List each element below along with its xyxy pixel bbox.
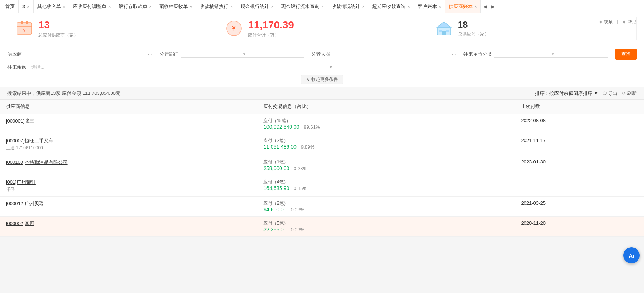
supplier-sub-info: 仔仔 — [6, 186, 252, 193]
nav-tab-bank[interactable]: 银行存取款单 × — [115, 0, 155, 13]
close-icon[interactable]: × — [407, 4, 410, 9]
last-pay-cell: 2021-03-25 — [515, 196, 644, 216]
chevron-down-icon: ▼ — [551, 52, 606, 56]
close-icon[interactable]: × — [190, 4, 192, 9]
balance-filter-label: 往来余额 — [7, 64, 27, 70]
dept-select[interactable]: ▼ — [181, 51, 304, 58]
help-link[interactable]: ⊙ 帮助 — [623, 19, 637, 25]
nav-next-button[interactable]: ▶ — [489, 0, 497, 13]
nav-tab-prepay[interactable]: 预收冲应收单 × — [155, 0, 196, 13]
svg-marker-8 — [437, 22, 451, 28]
tx-percent: 0.23% — [294, 166, 307, 171]
tx-cell: 应付（1笔）258,000.000.23% — [258, 155, 515, 175]
nav-tab-collection-stat[interactable]: 收款情况统计 × — [328, 0, 368, 13]
query-button[interactable]: 查询 — [615, 49, 637, 60]
chevron-up-icon: ∧ — [306, 77, 309, 82]
supplier-cell: [000100]本特勤油品有限公司 — [0, 155, 258, 175]
filter-area: 供应商 ··· 分管部门 ▼ 分管人员 ··· 往来单位分类 ▼ 查询 往来 — [0, 44, 644, 87]
person-input[interactable] — [333, 50, 451, 58]
refresh-button[interactable]: ↺ 刷新 — [622, 90, 637, 97]
video-link[interactable]: ⊙ 视频 — [599, 19, 612, 25]
close-icon[interactable]: × — [439, 4, 441, 9]
tx-amount: 32,366.00 — [263, 227, 286, 232]
supplier-link[interactable]: [000100]本特勤油品有限公司 — [6, 159, 68, 165]
tx-amount: 164,635.90 — [263, 185, 289, 191]
collapse-button[interactable]: ∧ 收起更多条件 — [301, 75, 343, 84]
summary-card-payable-total: ¥ 11,170.39 应付合计（万） — [217, 17, 427, 40]
supplier-link[interactable]: [000007]恒旺二手叉车 — [6, 138, 53, 144]
close-icon[interactable]: × — [149, 4, 151, 9]
tx-label: 应付 — [263, 179, 272, 185]
col-header-lastpay: 上次付数 — [515, 100, 644, 114]
collapse-row: ∧ 收起更多条件 — [7, 75, 637, 84]
nav-tab-cash-bank-flow[interactable]: 现金银行流水查询 × — [277, 0, 328, 13]
top-navigation: 首页 3 × 其他收入单 × 应收应付调整单 × 银行存取款单 × 预收冲应收单… — [0, 0, 644, 13]
nav-tab-supplier-book[interactable]: 供应商账本 × — [445, 0, 481, 13]
tx-amount: 11,051,486.00 — [263, 144, 297, 150]
nav-tab-overdue[interactable]: 超期应收款查询 × — [368, 0, 414, 13]
supplier-sub-info: 王通 17106110000 — [6, 145, 252, 151]
close-icon[interactable]: × — [271, 4, 273, 9]
filter-dept: 分管部门 ▼ — [160, 51, 304, 58]
nav-tab-collection[interactable]: 收款核销执行 × — [196, 0, 237, 13]
chevron-down-icon: ▼ — [242, 52, 302, 56]
last-pay-cell: 2020-11-20 — [515, 216, 644, 236]
nav-tab-cash-bank-stat[interactable]: 现金银行统计 × — [237, 0, 277, 13]
nav-prev-button[interactable]: ◀ — [481, 0, 489, 13]
table-row: [000012]广州贝瑞应付（2笔）94,600.000.08%2021-03-… — [0, 196, 644, 216]
nav-tab-home[interactable]: 首页 — [1, 0, 19, 13]
balance-select[interactable]: 选择... ▼ — [29, 63, 629, 72]
filter-person: 分管人员 ··· — [311, 50, 456, 58]
supplier-link[interactable]: [000002]李四 — [6, 221, 34, 226]
tx-cell: 应付（15笔）100,092,540.0089.61% — [258, 114, 515, 134]
supplier-link[interactable]: [001]广州荣轩 — [6, 179, 36, 185]
supplier-filter-label: 供应商 — [7, 51, 26, 58]
tx-label: 应付 — [263, 159, 272, 165]
tx-count: （1笔） — [272, 159, 288, 165]
tx-label: 应付 — [263, 138, 272, 143]
close-icon[interactable]: × — [362, 4, 364, 9]
tx-count: （2笔） — [272, 138, 288, 143]
total-suppliers-label: 总供应商（家） — [458, 31, 489, 37]
close-icon[interactable]: × — [27, 4, 29, 9]
tx-percent: 0.03% — [291, 227, 304, 232]
table-row: [000001]张三应付（15笔）100,092,540.0089.61%202… — [0, 114, 644, 134]
nav-tab-adjustment[interactable]: 应收应付调整单 × — [69, 0, 115, 13]
tx-percent: 0.15% — [294, 186, 307, 191]
supplier-link[interactable]: [000001]张三 — [6, 118, 34, 124]
close-icon[interactable]: × — [230, 4, 232, 9]
supplier-icon: ¥ — [15, 19, 34, 38]
supplier-dots-icon[interactable]: ··· — [148, 51, 152, 57]
col-header-supplier: 供应商信息 — [0, 100, 258, 114]
supplier-cell: [000012]广州贝瑞 — [0, 196, 258, 216]
tx-count: （15笔） — [272, 118, 290, 123]
export-icon: ⬡ — [603, 90, 607, 96]
close-icon[interactable]: × — [475, 4, 477, 9]
nav-tab-3[interactable]: 3 × — [19, 0, 34, 13]
tx-count: （5笔） — [272, 221, 288, 226]
close-icon[interactable]: × — [63, 4, 65, 9]
category-select[interactable]: ▼ — [494, 51, 608, 58]
payable-total-icon: ¥ — [224, 19, 244, 38]
supplier-link[interactable]: [000012]广州贝瑞 — [6, 201, 44, 206]
nav-tab-other-income[interactable]: 其他收入单 × — [34, 0, 69, 13]
payable-suppliers-label: 总应付供应商（家） — [38, 32, 78, 38]
person-dots-icon[interactable]: ··· — [452, 51, 456, 57]
export-button[interactable]: ⬡ 导出 — [603, 90, 617, 97]
tx-cell: 应付（5笔）32,366.000.03% — [258, 216, 515, 236]
close-icon[interactable]: × — [321, 4, 323, 9]
nav-tab-customer-book[interactable]: 客户账本 × — [414, 0, 445, 13]
tx-label: 应付 — [263, 201, 272, 206]
svg-rect-2 — [26, 21, 28, 24]
summary-bar: ¥ 13 总应付供应商（家） ¥ 11,170.39 应付合计（万） — [0, 13, 644, 44]
table-row: [001]广州荣轩仔仔应付（4笔）164,635.900.15% — [0, 175, 644, 196]
svg-rect-11 — [446, 30, 449, 32]
table-row: [000007]恒旺二手叉车王通 17106110000应付（2笔）11,051… — [0, 134, 644, 155]
close-icon[interactable]: × — [108, 4, 111, 9]
table-row: [000002]李四应付（5笔）32,366.000.03%2020-11-20 — [0, 216, 644, 236]
supplier-input[interactable] — [28, 50, 147, 58]
payable-total-number: 11,170.39 — [248, 19, 294, 31]
tx-percent: 89.61% — [304, 124, 320, 130]
table-body: [000001]张三应付（15笔）100,092,540.0089.61%202… — [0, 114, 644, 236]
total-suppliers-number: 18 — [458, 20, 489, 30]
